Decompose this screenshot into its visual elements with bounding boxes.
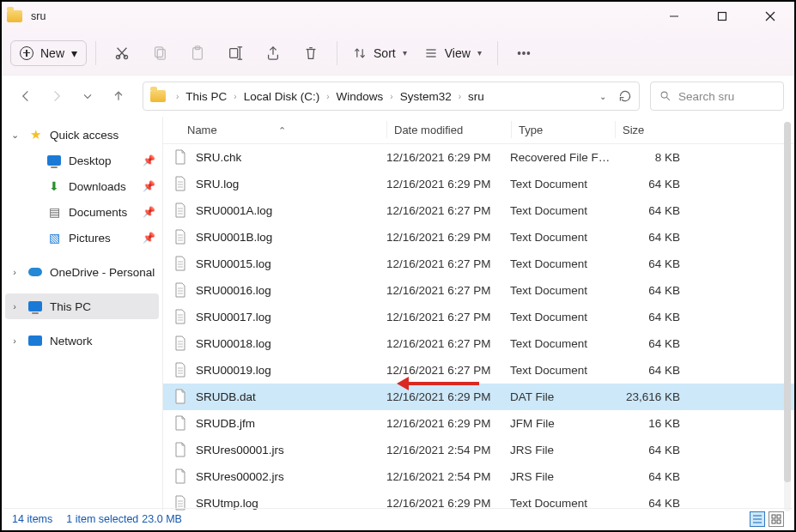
forward-button[interactable] — [43, 82, 70, 110]
file-type: Text Document — [510, 204, 613, 217]
file-row[interactable]: SRU00018.log12/16/2021 6:27 PMText Docum… — [163, 330, 794, 357]
sidebar-this-pc[interactable]: ›This PC — [5, 293, 159, 319]
breadcrumb-item[interactable]: This PC — [185, 90, 227, 103]
chevron-down-icon: ▾ — [477, 48, 482, 57]
file-row[interactable]: SRU00016.log12/16/2021 6:27 PMText Docum… — [163, 277, 794, 304]
breadcrumb-item[interactable]: Local Disk (C:) — [244, 90, 320, 103]
file-name: SRU.chk — [196, 151, 386, 164]
file-size: 64 KB — [613, 337, 680, 350]
search-placeholder: Search sru — [678, 90, 734, 103]
file-size: 8 KB — [613, 151, 680, 164]
delete-button[interactable] — [294, 36, 328, 70]
file-type: DAT File — [510, 390, 613, 403]
column-headers: Name⌃ Date modified Type Size — [163, 117, 794, 144]
svg-point-21 — [527, 51, 530, 54]
rename-button[interactable] — [218, 36, 252, 70]
file-type: JRS File — [510, 470, 613, 483]
file-name: SRU00019.log — [196, 364, 386, 377]
file-type: Text Document — [510, 364, 613, 377]
chevron-right-icon: › — [9, 301, 21, 311]
file-row[interactable]: SRU.log12/16/2021 6:29 PMText Document64… — [163, 171, 794, 197]
file-size: 64 KB — [613, 444, 680, 456]
file-row[interactable]: SRUres00001.jrs12/16/2021 2:54 PMJRS Fil… — [163, 437, 794, 463]
sidebar-network[interactable]: ›Network — [5, 328, 159, 354]
breadcrumb-item[interactable]: Windows — [337, 90, 384, 103]
chevron-down-icon[interactable]: ⌄ — [599, 92, 606, 101]
file-rows: SRU.chk12/16/2021 6:29 PMRecovered File … — [163, 144, 794, 511]
column-size[interactable]: Size — [616, 124, 684, 136]
svg-rect-55 — [777, 515, 781, 518]
file-row[interactable]: SRU0001A.log12/16/2021 6:27 PMText Docum… — [163, 197, 794, 224]
svg-rect-57 — [777, 520, 781, 523]
sort-button[interactable]: Sort ▾ — [346, 41, 414, 65]
toolbar: New ▾ Sort ▾ View ▾ — [2, 31, 794, 76]
up-button[interactable] — [105, 82, 132, 110]
file-date: 12/16/2021 6:29 PM — [386, 417, 510, 430]
desktop-icon — [47, 155, 61, 166]
file-pane: Name⌃ Date modified Type Size SRU.chk12/… — [163, 117, 794, 511]
file-name: SRU00018.log — [196, 337, 386, 350]
file-size: 64 KB — [613, 257, 680, 270]
thumbnails-view-button[interactable] — [769, 511, 784, 527]
file-name: SRUres00002.jrs — [196, 470, 386, 483]
file-type: Text Document — [510, 178, 613, 190]
file-type: Recovered File Fra... — [510, 151, 613, 164]
file-row[interactable]: SRU.chk12/16/2021 6:29 PMRecovered File … — [163, 144, 794, 171]
new-label: New — [40, 46, 64, 60]
search-input[interactable]: Search sru — [650, 82, 784, 111]
minimize-button[interactable] — [655, 2, 693, 31]
address-bar[interactable]: › This PC› Local Disk (C:)› Windows› Sys… — [143, 82, 640, 111]
sidebar-documents[interactable]: ▤Documents📌 — [24, 199, 159, 225]
file-icon — [173, 388, 187, 405]
paste-button[interactable] — [180, 36, 215, 70]
column-name[interactable]: Name⌃ — [187, 124, 386, 136]
more-button[interactable] — [507, 36, 541, 70]
file-icon — [173, 335, 187, 352]
file-name: SRU0001A.log — [196, 204, 386, 217]
status-size: 23.0 MB — [142, 513, 182, 525]
copy-button[interactable] — [143, 36, 177, 70]
pictures-icon: ▧ — [46, 231, 62, 245]
file-date: 12/16/2021 6:27 PM — [386, 364, 510, 377]
file-icon — [173, 255, 187, 272]
sidebar-label: Pictures — [69, 232, 111, 245]
file-row[interactable]: SRUres00002.jrs12/16/2021 2:54 PMJRS Fil… — [163, 463, 794, 490]
file-icon — [173, 414, 187, 432]
sidebar-quick-access[interactable]: ⌄ ★ Quick access — [5, 122, 159, 148]
refresh-icon[interactable] — [618, 89, 632, 103]
separator — [337, 41, 337, 65]
view-button[interactable]: View ▾ — [417, 41, 489, 65]
sidebar-pictures[interactable]: ▧Pictures📌 — [24, 225, 159, 251]
file-date: 12/16/2021 6:27 PM — [386, 284, 510, 297]
file-name: SRUDB.jfm — [196, 417, 386, 430]
recent-button[interactable] — [74, 82, 101, 110]
sidebar-onedrive[interactable]: ›OneDrive - Personal — [5, 259, 159, 285]
cut-button[interactable] — [105, 36, 139, 70]
file-icon — [173, 468, 187, 485]
file-row[interactable]: SRU0001B.log12/16/2021 6:29 PMText Docum… — [163, 224, 794, 251]
sidebar-label: This PC — [50, 300, 91, 313]
breadcrumb-item[interactable]: sru — [468, 90, 484, 103]
pc-icon — [28, 301, 42, 311]
column-label: Name — [187, 124, 217, 136]
breadcrumb-item[interactable]: System32 — [400, 90, 452, 103]
file-row[interactable]: SRU00015.log12/16/2021 6:27 PMText Docum… — [163, 251, 794, 277]
column-type[interactable]: Type — [512, 124, 615, 136]
close-button[interactable] — [751, 2, 789, 31]
maximize-button[interactable] — [703, 2, 741, 31]
file-name: SRUDB.dat — [196, 390, 386, 403]
details-view-button[interactable] — [750, 511, 765, 527]
share-button[interactable] — [256, 36, 290, 70]
column-date[interactable]: Date modified — [387, 124, 511, 136]
sidebar-downloads[interactable]: ⬇Downloads📌 — [24, 173, 159, 199]
file-date: 12/16/2021 6:29 PM — [386, 231, 510, 244]
scrollbar[interactable] — [784, 122, 791, 511]
scrollbar-thumb[interactable] — [784, 122, 791, 482]
back-button[interactable] — [12, 82, 39, 110]
file-row[interactable]: SRUDB.jfm12/16/2021 6:29 PMJFM File16 KB — [163, 410, 794, 437]
file-row[interactable]: SRU00017.log12/16/2021 6:27 PMText Docum… — [163, 304, 794, 330]
svg-point-22 — [661, 92, 667, 98]
sidebar-desktop[interactable]: Desktop📌 — [24, 148, 159, 173]
new-button[interactable]: New ▾ — [10, 40, 87, 66]
file-icon — [173, 361, 187, 378]
